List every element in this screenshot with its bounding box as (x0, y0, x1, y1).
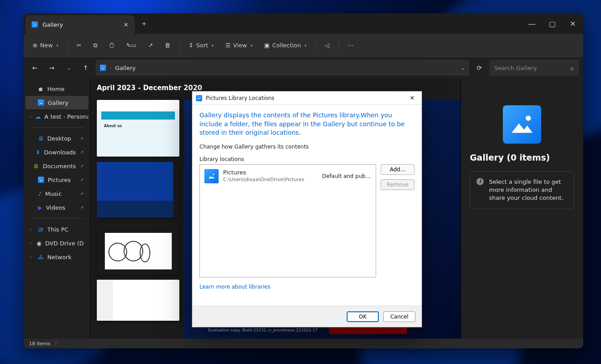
sidebar-item-desktop[interactable]: 🖥︎Desktop📌︎ (25, 132, 88, 145)
download-icon: ⬇ (36, 149, 41, 156)
rename-button[interactable]: ✎▭ (122, 38, 141, 53)
sidebar-item-home[interactable]: 🏠︎Home (25, 82, 88, 95)
view-button[interactable]: ☰View▾ (221, 38, 257, 53)
info-icon: i (477, 178, 484, 185)
pin-icon: 📌︎ (79, 150, 84, 155)
chevron-right-icon[interactable]: › (30, 114, 32, 119)
up-button[interactable]: ↑ (79, 61, 92, 74)
image-icon: ▣ (264, 42, 269, 49)
remove-button[interactable]: Remove (381, 179, 414, 190)
new-tab-button[interactable]: ＋ (135, 13, 153, 34)
collection-button[interactable]: ▣Collection▾ (260, 38, 311, 53)
svg-point-2 (41, 101, 42, 102)
chevron-down-icon: ▾ (250, 43, 253, 48)
sidebar-item-network[interactable]: ›🖧Network (25, 250, 88, 264)
pizza-button[interactable]: ◁ (320, 38, 334, 53)
search-input[interactable]: Search Gallery ⌕ (489, 60, 579, 75)
details-pane: Gallery (0 items) i Select a single file… (460, 79, 583, 339)
sidebar-item-atest[interactable]: ›☁A test - Personal (25, 110, 88, 123)
ok-button[interactable]: OK (347, 311, 379, 322)
documents-icon: 🗎 (33, 163, 39, 170)
chevron-right-icon: › (110, 66, 112, 70)
view-icon: ☰ (225, 42, 231, 49)
tab-close-icon[interactable]: ✕ (124, 21, 128, 28)
thumbnail-item[interactable] (97, 280, 179, 321)
dialog-intro-text: Gallery displays the contents of the Pic… (199, 111, 414, 137)
sidebar-item-dvd[interactable]: ›◉DVD Drive (D:) CCC (25, 236, 88, 250)
sidebar-item-music[interactable]: ♪Music📌︎ (25, 187, 88, 200)
address-bar[interactable]: › Gallery ⌄ (96, 60, 469, 75)
sidebar-item-downloads[interactable]: ⬇Downloads📌︎ (25, 145, 88, 159)
status-bar: 18 items (24, 339, 583, 348)
chevron-down-icon: ▾ (211, 43, 214, 48)
dialog-title: Pictures Library Locations (206, 95, 274, 101)
location-tag: Default and public s... (322, 173, 371, 179)
add-button[interactable]: Add... (381, 164, 414, 175)
thumbnail-column: About us (97, 100, 179, 321)
library-locations-list[interactable]: Pictures C:\Users\divya\OneDrive\Picture… (199, 164, 376, 277)
back-button[interactable]: ← (28, 61, 41, 74)
ellipsis-icon: ⋯ (348, 42, 353, 49)
svg-point-0 (35, 23, 36, 24)
details-info-box: i Select a single file to get more infor… (470, 171, 574, 209)
forward-button[interactable]: → (45, 61, 58, 74)
tab-title: Gallery (42, 21, 63, 28)
pictures-icon (38, 177, 44, 183)
sidebar-item-videos[interactable]: ▶Videos📌︎ (25, 201, 88, 214)
window-controls: ― ▢ ✕ (522, 13, 583, 34)
pin-icon: 📌︎ (79, 191, 84, 196)
trash-icon: 🗑︎ (165, 42, 170, 49)
more-button[interactable]: ⋯ (343, 38, 358, 53)
pc-icon: 🖳 (38, 226, 44, 233)
location-path: C:\Users\divya\OneDrive\Pictures (223, 177, 318, 183)
cancel-button[interactable]: Cancel (383, 311, 415, 322)
thumbnail-item[interactable] (97, 223, 179, 274)
dialog-subtitle: Change how Gallery gathers its contents (199, 144, 414, 150)
cloud-icon: ☁ (35, 113, 41, 120)
chevron-down-icon[interactable]: ⌄ (461, 66, 465, 70)
delete-button[interactable]: 🗑︎ (160, 38, 175, 53)
desktop-icon: 🖥︎ (38, 135, 44, 142)
share-button[interactable]: ↗ (144, 38, 158, 53)
gallery-icon (32, 21, 38, 28)
location-item[interactable]: Pictures C:\Users\divya\OneDrive\Picture… (203, 167, 373, 185)
breadcrumb[interactable]: Gallery (115, 65, 136, 71)
rename-icon: ✎▭ (126, 42, 137, 49)
paste-button[interactable]: 📋︎ (104, 38, 119, 53)
sidebar-item-gallery[interactable]: Gallery (25, 96, 88, 109)
minimize-button[interactable]: ― (522, 13, 542, 34)
sidebar-item-pictures[interactable]: Pictures📌︎ (25, 173, 88, 186)
home-icon: 🏠︎ (38, 86, 44, 92)
pin-icon: 📌︎ (79, 136, 84, 141)
maximize-button[interactable]: ▢ (542, 13, 563, 34)
sort-button[interactable]: ↕Sort▾ (184, 38, 218, 53)
nav-row: ← → ⌄ ↑ › Gallery ⌄ ⟳ Search Gallery ⌕ (24, 57, 583, 79)
chevron-right-icon[interactable]: › (30, 255, 34, 259)
close-button[interactable]: ✕ (563, 13, 583, 34)
gallery-large-icon (503, 105, 541, 144)
dialog-close-button[interactable]: ✕ (406, 92, 418, 104)
thumbnail-item[interactable] (97, 162, 179, 218)
sidebar-item-documents[interactable]: 🗎Documents📌︎ (25, 159, 88, 173)
refresh-button[interactable]: ⟳ (473, 61, 486, 74)
copy-icon: ⧉ (93, 42, 97, 49)
details-info-text: Select a single file to get more informa… (489, 178, 568, 203)
chevron-right-icon[interactable]: › (30, 241, 33, 245)
chevron-right-icon[interactable]: › (30, 227, 34, 232)
recent-button[interactable]: ⌄ (62, 61, 75, 74)
music-icon: ♪ (38, 190, 41, 197)
new-button[interactable]: ⊕New▾ (28, 38, 63, 53)
svg-point-5 (199, 97, 200, 98)
tab-gallery[interactable]: Gallery ✕ (25, 15, 135, 34)
cut-button[interactable]: ✂ (72, 38, 86, 53)
pictures-icon (204, 169, 219, 183)
gallery-icon (38, 99, 44, 106)
thumbnail-item[interactable]: About us (97, 100, 179, 157)
dialog-body: Gallery displays the contents of the Pic… (192, 105, 422, 306)
learn-more-link[interactable]: Learn more about libraries (199, 284, 414, 290)
gallery-icon (100, 65, 106, 71)
plus-circle-icon: ⊕ (33, 42, 37, 49)
sidebar-item-thispc[interactable]: ›🖳This PC (25, 223, 88, 236)
copy-button[interactable]: ⧉ (89, 38, 102, 53)
toolbar: ⊕New▾ ✂ ⧉ 📋︎ ✎▭ ↗ 🗑︎ ↕Sort▾ ☰View▾ ▣Coll… (24, 34, 583, 57)
